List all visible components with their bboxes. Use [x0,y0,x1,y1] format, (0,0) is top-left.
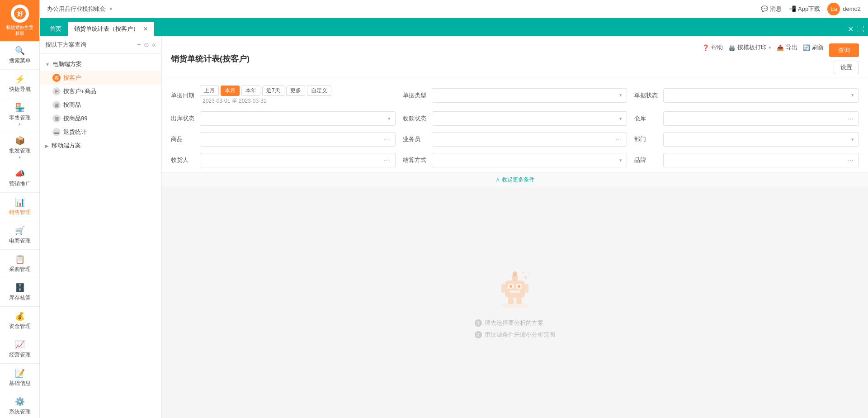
sidebar-item-label: 销售管理 [9,209,31,216]
sidebar-item-search[interactable]: 🔍 搜索菜单 [0,41,39,70]
user-menu-btn[interactable]: Ea demo2 [827,3,861,15]
sidebar-item-inventory[interactable]: 🗄️ 库存核算 [0,278,39,307]
brand-control[interactable]: ··· [663,153,859,167]
hint-item-1: 请先选择要分析的方案 [475,317,555,329]
close-tab-icon[interactable]: ✕ [143,26,148,32]
salesperson-control[interactable]: ··· [432,132,627,147]
tree-parent-pc[interactable]: ▼ 电脑端方案 [40,57,161,71]
app-download-btn[interactable]: 📲 App下载 [789,5,820,13]
svg-rect-12 [525,284,528,293]
sidebar-item-finance[interactable]: 💰 资金管理 [0,307,39,335]
filter-row-2: 出库状态 ▾ 收款状态 ▾ 仓库 [162,109,868,130]
ecommerce-icon: 🛒 [15,226,25,236]
export-btn[interactable]: 📤 导出 [777,43,797,52]
tree-item-by-customer[interactable]: 客 按客户 [40,71,161,85]
doc-type-control[interactable]: ▾ [432,88,627,103]
scheme-title: 按以下方案查询 [45,41,86,49]
help-label: 帮助 [711,43,723,52]
date-btn-7days[interactable]: 近7天 [262,86,284,96]
sidebar-item-retail[interactable]: 🏪 零售管理 ▲ [0,98,39,131]
settlement-control[interactable]: ▾ [432,153,627,167]
sidebar-item-purchase[interactable]: 📋 采购管理 [0,250,39,278]
app-subtitle: 标版 [15,30,24,37]
sidebar-item-system[interactable]: ⚙️ 系统管理 [0,392,39,418]
tree-parent-mobile[interactable]: ▶ 移动端方案 [40,139,161,152]
add-scheme-icon[interactable]: + [137,41,141,49]
tree-item-returns-stat[interactable]: ▬ 退货统计 [40,125,161,139]
tree-section: ▼ 电脑端方案 客 按客户 ⊞ 按客户+商品 ▦ 按商品 [40,54,161,156]
collapse-scheme-icon[interactable]: « [152,41,156,49]
warehouse-control[interactable]: ··· [663,111,859,126]
goods-more-icon: ··· [384,136,391,143]
industry-dropdown-icon[interactable]: ▾ [109,5,113,12]
by-customer-goods-label: 按客户+商品 [63,87,96,95]
tabbar-actions: ✕ ⛶ [848,25,864,36]
left-panel: 按以下方案查询 + ⊙ « ▼ 电脑端方案 客 按客户 [40,36,162,418]
sidebar-item-operation[interactable]: 📈 经营管理 [0,335,39,364]
page-content: 按以下方案查询 + ⊙ « ▼ 电脑端方案 客 按客户 [40,36,868,418]
date-btn-this-year[interactable]: 本年 [241,86,260,96]
filter-cell-date: 单据日期 上月 本月 本年 近7天 更多 自定义 2023-03-01 至 20… [171,86,396,105]
date-btn-last-month[interactable]: 上月 [200,86,219,96]
close-window-icon[interactable]: ✕ [848,25,854,33]
sales-icon: 📊 [15,197,25,207]
sidebar-item-marketing[interactable]: 📣 营销推广 [0,164,39,193]
sidebar-item-sales[interactable]: 📊 销售管理 [0,193,39,221]
payment-status-control[interactable]: ▾ [432,111,627,126]
dept-control[interactable]: ▾ [663,132,859,147]
sidebar-item-wholesale[interactable]: 📦 批发管理 ▲ [0,131,39,164]
pc-section-arrow: ▼ [45,62,50,67]
settings-button[interactable]: 设置 [834,61,859,74]
hint-item-2: 用过滤条件来缩小分析范围 [475,329,555,341]
out-status-control[interactable]: ▾ [200,111,396,126]
goods-control[interactable]: ··· [200,132,396,147]
app-download-icon: 📲 [789,5,796,12]
edit-scheme-icon[interactable]: ⊙ [144,41,149,48]
tree-item-by-goods[interactable]: ▦ 按商品 [40,98,161,112]
page-header-actions: ❓ 帮助 🖨️ 按模板打印 ▾ 📤 导出 � [702,43,824,52]
sidebar-item-ecommerce[interactable]: 🛒 电商管理 [0,221,39,250]
doc-status-control[interactable]: ▾ [663,88,859,103]
collapse-bar[interactable]: ∧ 收起更多条件 [162,172,868,187]
sidebar-item-quick-nav[interactable]: ⚡ 快捷导航 [0,70,39,98]
by-goods-99-label: 按商品99 [63,114,87,123]
by-goods-label: 按商品 [63,101,81,109]
sidebar-item-basic-info[interactable]: 📝 基础信息 [0,364,39,392]
main-area: 办公用品行业模拟账套 ▾ 💬 消息 📲 App下载 Ea demo2 首页 [40,0,868,418]
receiver-control[interactable]: ··· [200,153,396,167]
sidebar-item-label: 库存核算 [9,294,31,302]
sidebar-item-label: 经营管理 [9,351,31,359]
warehouse-label: 仓库 [634,114,660,123]
print-btn[interactable]: 🖨️ 按模板打印 ▾ [728,43,771,52]
by-goods-99-icon: ▦ [52,114,61,123]
app-name: 畅捷通好生意 [6,24,33,30]
tab-home[interactable]: 首页 [43,22,68,36]
collapse-arrow-icon: ∧ [495,176,500,183]
print-icon: 🖨️ [728,44,736,51]
date-btn-more[interactable]: 更多 [286,86,305,96]
date-range-value: 2023-03-01 至 2023-03-31 [203,97,396,105]
maximize-window-icon[interactable]: ⛶ [857,25,864,33]
refresh-btn[interactable]: 🔄 刷新 [803,43,824,52]
tab-sales-stat[interactable]: 销货单统计表（按客户） ✕ [68,22,154,36]
message-btn[interactable]: 💬 消息 [761,5,782,13]
brand-more-icon: ··· [847,157,854,164]
sidebar-item-label: 快捷导航 [9,86,31,93]
filter-cell-doc-status: 单据状态 ▾ [634,86,859,105]
export-label: 导出 [786,43,797,52]
svg-point-15 [524,276,527,279]
date-btn-custom[interactable]: 自定义 [307,86,331,96]
query-button[interactable]: 查询 [829,43,859,57]
tree-item-by-goods-99[interactable]: ▦ 按商品99 [40,112,161,125]
sidebar-item-label: 基础信息 [9,380,31,387]
svg-rect-14 [516,298,522,304]
tree-item-by-customer-goods[interactable]: ⊞ 按客户+商品 [40,85,161,98]
salesperson-label: 业务员 [403,135,428,143]
help-btn[interactable]: ❓ 帮助 [702,43,723,52]
svg-text:好: 好 [16,10,23,17]
settlement-caret-icon: ▾ [619,157,622,163]
date-btn-this-month[interactable]: 本月 [221,86,240,96]
by-goods-icon: ▦ [52,101,61,109]
sidebar-item-label: 营销推广 [9,180,31,188]
settlement-label: 结算方式 [403,156,428,164]
